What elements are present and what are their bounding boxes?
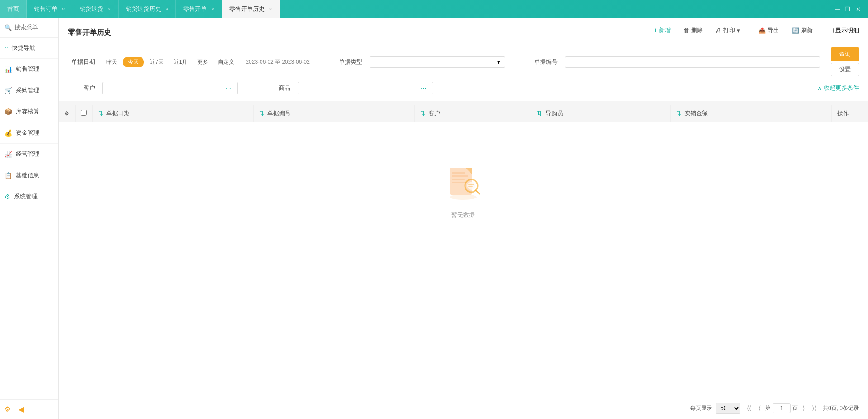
col-actions-label: 操作 <box>837 110 849 117</box>
toolbar-divider2 <box>822 27 822 34</box>
col-salesperson[interactable]: ⇅ 导购员 <box>531 105 670 122</box>
sidebar-item-inventory[interactable]: 📦 库存核算 <box>0 101 58 122</box>
management-icon: 📈 <box>5 151 12 158</box>
date-btn-today[interactable]: 今天 <box>123 57 144 67</box>
main-layout: 🔍 搜索采单 ⌂ 快捷导航 📊 销售管理 🛒 采购管理 📦 库存核算 💰 资金管… <box>0 18 868 419</box>
sidebar-item-purchase[interactable]: 🛒 采购管理 <box>0 80 58 101</box>
date-btn-yesterday[interactable]: 昨天 <box>102 57 121 67</box>
select-all-checkbox[interactable] <box>81 110 87 116</box>
date-btn-1month[interactable]: 近1月 <box>170 57 192 67</box>
date-btn-7days[interactable]: 近7天 <box>146 57 168 67</box>
empty-state-row: 暂无数据 <box>59 122 868 256</box>
svg-rect-1 <box>450 168 472 195</box>
prev-page-btn[interactable]: ⟨ <box>756 404 764 413</box>
collapse-icon: ∧ <box>817 85 822 92</box>
tab-sales-order[interactable]: 销售订单 × <box>27 0 72 18</box>
number-filter-label: 单据编号 <box>531 58 558 66</box>
add-button[interactable]: + 新增 <box>650 24 674 36</box>
tab-return[interactable]: 销货退货 × <box>72 0 118 18</box>
last-page-btn[interactable]: ⟩⟩ <box>809 404 819 413</box>
sidebar-item-basic-info[interactable]: 📋 基础信息 <box>0 165 58 186</box>
table-area: ⚙ ⇅ 单据日期 ⇅ 单据编号 ⇅ 客户 <box>59 105 868 397</box>
sidebar-item-quick-nav[interactable]: ⌂ 快捷导航 <box>0 38 58 59</box>
tab-sales-order-label: 销售订单 <box>34 5 57 13</box>
sidebar-bottom: ⚙ ◀ <box>0 399 58 419</box>
first-page-btn[interactable]: ⟨⟨ <box>744 404 754 413</box>
date-options: 昨天 今天 近7天 近1月 更多 自定义 <box>102 57 238 67</box>
goods-dots-btn[interactable]: ··· <box>419 84 428 92</box>
print-button[interactable]: 🖨 打印 ▾ <box>712 24 744 36</box>
basic-info-icon: 📋 <box>5 172 12 179</box>
type-select[interactable]: ▾ <box>370 56 505 68</box>
collapse-label: 收起更多条件 <box>824 84 859 92</box>
tab-sales-order-close[interactable]: × <box>62 6 65 12</box>
minimize-btn[interactable]: ─ <box>835 6 840 13</box>
refresh-button[interactable]: 🔄 刷新 <box>788 24 816 36</box>
date-range-display: 2023-06-02 至 2023-06-02 <box>246 58 309 66</box>
tab-return-history-close[interactable]: × <box>166 6 168 12</box>
settings-button[interactable]: 设置 <box>831 63 859 76</box>
table-header: ⚙ ⇅ 单据日期 ⇅ 单据编号 ⇅ 客户 <box>59 105 868 122</box>
customer-filter-label: 客户 <box>68 84 95 92</box>
collapse-sidebar-icon[interactable]: ◀ <box>18 405 24 414</box>
display-detail-toggle[interactable]: 显示明细 <box>828 26 859 34</box>
collapse-button[interactable]: ∧ 收起更多条件 <box>817 84 859 92</box>
date-btn-more[interactable]: 更多 <box>193 57 212 67</box>
per-page-select[interactable]: 50 100 200 <box>716 403 740 414</box>
col-checkbox[interactable] <box>75 105 92 122</box>
tab-retail[interactable]: 零售开单 × <box>176 0 222 18</box>
tab-retail-history[interactable]: 零售开单历史 × <box>222 0 280 18</box>
top-bar: 首页 销售订单 × 销货退货 × 销货退货历史 × 零售开单 × 零售开单历史 … <box>0 0 868 18</box>
delete-button[interactable]: 🗑 删除 <box>680 24 707 36</box>
col-date[interactable]: ⇅ 单据日期 <box>92 105 253 122</box>
sidebar-item-management[interactable]: 📈 经营管理 <box>0 144 58 165</box>
number-input[interactable] <box>570 59 815 66</box>
customer-input[interactable] <box>107 85 223 92</box>
goods-input-wrapper: ··· <box>298 82 433 94</box>
pagination-nav: ⟨⟨ ⟨ 第 页 ⟩ ⟩⟩ <box>744 403 819 413</box>
sidebar-item-finance[interactable]: 💰 资金管理 <box>0 122 58 144</box>
query-button[interactable]: 查询 <box>831 47 859 61</box>
home-icon: ⌂ <box>5 44 8 52</box>
settings-bottom-icon[interactable]: ⚙ <box>5 405 11 414</box>
col-number[interactable]: ⇅ 单据编号 <box>253 105 414 122</box>
tab-retail-history-close[interactable]: × <box>269 6 272 12</box>
col-number-label: 单据编号 <box>267 110 291 117</box>
pagination: 每页显示 50 100 200 ⟨⟨ ⟨ 第 页 ⟩ ⟩⟩ 共0页, 0条记录 <box>59 397 868 419</box>
sidebar-search[interactable]: 🔍 搜索采单 <box>0 18 58 38</box>
salesperson-sort-icon: ⇅ <box>537 110 542 117</box>
display-detail-checkbox[interactable] <box>828 28 834 33</box>
next-page-btn[interactable]: ⟩ <box>800 404 807 413</box>
tab-home[interactable]: 首页 <box>0 0 27 18</box>
filter-row-2: 客户 ··· 商品 ··· ∧ 收起更多条件 <box>68 82 859 94</box>
per-page-label: 每页显示 <box>690 405 712 412</box>
tab-return-history[interactable]: 销货退货历史 × <box>119 0 176 18</box>
col-settings[interactable]: ⚙ <box>59 105 75 122</box>
delete-button-label: 删除 <box>691 26 703 34</box>
tab-retail-close[interactable]: × <box>211 6 214 12</box>
col-customer[interactable]: ⇅ 客户 <box>414 105 531 122</box>
page-input[interactable] <box>773 403 791 413</box>
add-button-label: + 新增 <box>654 26 671 34</box>
sidebar-item-sales-label: 销售管理 <box>16 65 39 73</box>
svg-point-8 <box>467 182 475 190</box>
tab-return-close[interactable]: × <box>108 6 110 12</box>
restore-btn[interactable]: ❐ <box>845 6 850 13</box>
customer-dots-btn[interactable]: ··· <box>223 84 233 92</box>
col-salesperson-label: 导购员 <box>545 110 563 117</box>
window-controls: ─ ❐ ✕ <box>828 6 868 13</box>
date-btn-custom[interactable]: 自定义 <box>214 57 238 67</box>
empty-state-cell: 暂无数据 <box>59 122 868 256</box>
col-amount-label: 实销金额 <box>684 110 708 117</box>
col-amount[interactable]: ⇅ 实销金额 <box>670 105 831 122</box>
close-btn[interactable]: ✕ <box>856 6 861 13</box>
sidebar-search-label: 搜索采单 <box>14 24 38 32</box>
svg-point-0 <box>450 194 477 200</box>
export-button[interactable]: 📤 导出 <box>755 24 783 36</box>
sidebar-item-system[interactable]: ⚙ 系统管理 <box>0 186 58 207</box>
tab-return-history-label: 销货退货历史 <box>126 5 161 13</box>
sidebar-item-sales[interactable]: 📊 销售管理 <box>0 59 58 80</box>
sidebar-item-inventory-label: 库存核算 <box>16 108 39 116</box>
sidebar-item-quick-nav-label: 快捷导航 <box>12 44 35 52</box>
goods-input[interactable] <box>303 85 419 92</box>
